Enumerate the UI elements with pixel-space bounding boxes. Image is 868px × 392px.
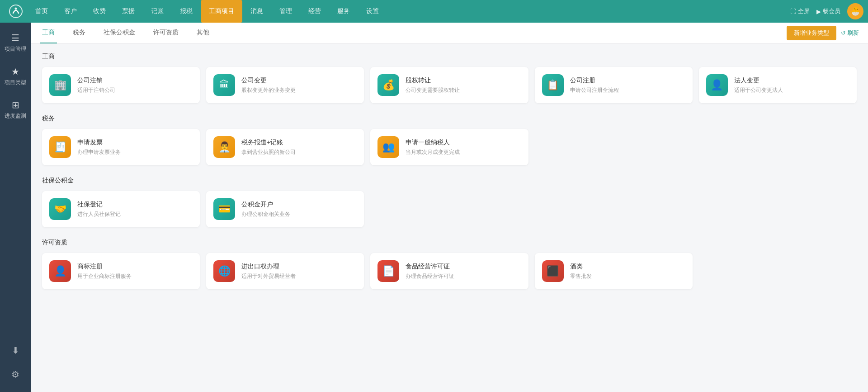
nav-right: ⛶ 全屏 ▶ 畅会员 🐣 bbox=[790, 3, 863, 19]
fullscreen-label: 全屏 bbox=[798, 7, 810, 15]
sidebar-label: 项目管理 bbox=[5, 45, 26, 53]
sidebar-item-项目类型[interactable]: ★项目类型 bbox=[0, 61, 31, 92]
sidebar-item-项目管理[interactable]: ☰项目管理 bbox=[0, 27, 31, 58]
card-icon-公积金开户: 💳 bbox=[213, 198, 235, 220]
top-nav: 首页客户收费票据记账报税工商项目消息管理经营服务设置 ⛶ 全屏 ▶ 畅会员 🐣 bbox=[0, 0, 868, 23]
card-icon-申请发票: 🧾 bbox=[49, 136, 71, 158]
card-text-酒类: 酒类 零售批发 bbox=[570, 263, 592, 280]
nav-item-记账[interactable]: 记账 bbox=[143, 0, 172, 23]
nav-item-设置[interactable]: 设置 bbox=[358, 0, 387, 23]
card-text-食品经营许可证: 食品经营许可证 办理食品经营许可证 bbox=[406, 263, 454, 280]
section-title-社保公积金: 社保公积金 bbox=[42, 177, 857, 185]
card-法人变更[interactable]: 👤 法人变更 适用于公司变更法人 bbox=[699, 67, 857, 103]
nav-item-首页[interactable]: 首页 bbox=[27, 0, 56, 23]
nav-item-管理[interactable]: 管理 bbox=[271, 0, 300, 23]
sidebar-item-进度监测[interactable]: ⊞进度监测 bbox=[0, 94, 31, 125]
card-desc: 办理申请发票业务 bbox=[77, 148, 121, 156]
cards-grid-许可资质: 👤 商标注册 用于企业商标注册服务 🌐 进出口权办理 适用于对外贸易经营者 📄 … bbox=[42, 253, 857, 289]
avatar: 🐣 bbox=[847, 3, 863, 19]
card-酒类[interactable]: ⬛ 酒类 零售批发 bbox=[535, 253, 693, 289]
card-desc: 进行人员社保登记 bbox=[77, 210, 121, 218]
section-title-许可资质: 许可资质 bbox=[42, 239, 857, 247]
cards-grid-税务: 🧾 申请发票 办理申请发票业务 👨‍💼 税务报道+记账 拿到营业执照的新公司 👥… bbox=[42, 129, 857, 165]
refresh-button[interactable]: ↺ 刷新 bbox=[841, 29, 859, 37]
nav-item-收费[interactable]: 收费 bbox=[85, 0, 114, 23]
card-申请发票[interactable]: 🧾 申请发票 办理申请发票业务 bbox=[42, 129, 200, 165]
refresh-label: 刷新 bbox=[847, 29, 859, 37]
card-text-股权转让: 股权转让 公司变更需要股权转让 bbox=[406, 76, 460, 94]
card-text-商标注册: 商标注册 用于企业商标注册服务 bbox=[77, 263, 132, 280]
card-公积金开户[interactable]: 💳 公积金开户 办理公积金相关业务 bbox=[206, 191, 364, 227]
add-type-button[interactable]: 新增业务类型 bbox=[787, 26, 836, 40]
card-icon-商标注册: 👤 bbox=[49, 260, 71, 282]
card-text-公司变更: 公司变更 股权变更外的业务变更 bbox=[241, 76, 296, 94]
main-content: 工商税务社保公积金许可资质其他 新增业务类型 ↺ 刷新 工商 🏢 公司注销 适用… bbox=[31, 23, 868, 392]
nav-item-消息[interactable]: 消息 bbox=[242, 0, 271, 23]
card-公司注销[interactable]: 🏢 公司注销 适用于注销公司 bbox=[42, 67, 200, 103]
tab-其他[interactable]: 其他 bbox=[194, 23, 212, 43]
card-icon-申请一般纳税人: 👥 bbox=[377, 136, 399, 158]
card-title: 酒类 bbox=[570, 263, 592, 271]
card-title: 社保登记 bbox=[77, 201, 121, 209]
grid-icon: ⊞ bbox=[12, 100, 19, 110]
settings-circle-icon[interactable]: ⚙ bbox=[0, 363, 31, 385]
nav-item-经营[interactable]: 经营 bbox=[300, 0, 329, 23]
card-食品经营许可证[interactable]: 📄 食品经营许可证 办理食品经营许可证 bbox=[370, 253, 528, 289]
card-desc: 适用于公司变更法人 bbox=[734, 86, 783, 94]
card-title: 商标注册 bbox=[77, 263, 132, 271]
card-icon-食品经营许可证: 📄 bbox=[377, 260, 399, 282]
star-icon: ★ bbox=[11, 66, 19, 77]
card-icon-公司变更: 🏛 bbox=[213, 74, 235, 96]
refresh-icon: ↺ bbox=[841, 29, 846, 36]
card-icon-公司注销: 🏢 bbox=[49, 74, 71, 96]
list-icon: ☰ bbox=[11, 33, 19, 43]
card-desc: 适用于对外贸易经营者 bbox=[241, 272, 296, 280]
card-text-进出口权办理: 进出口权办理 适用于对外贸易经营者 bbox=[241, 263, 296, 280]
svg-point-0 bbox=[9, 5, 22, 18]
card-公司注册[interactable]: 📋 公司注册 申请公司注册全流程 bbox=[535, 67, 693, 103]
card-text-公积金开户: 公积金开户 办理公积金相关业务 bbox=[241, 201, 290, 218]
card-title: 申请一般纳税人 bbox=[406, 139, 460, 147]
section-title-税务: 税务 bbox=[42, 115, 857, 123]
fullscreen-btn[interactable]: ⛶ 全屏 bbox=[790, 7, 810, 15]
tab-许可资质[interactable]: 许可资质 bbox=[151, 23, 181, 43]
sidebar: ☰项目管理★项目类型⊞进度监测 ⬇ ⚙ bbox=[0, 23, 31, 392]
card-title: 进出口权办理 bbox=[241, 263, 296, 271]
tab-工商[interactable]: 工商 bbox=[40, 23, 57, 43]
card-title: 公积金开户 bbox=[241, 201, 290, 209]
section-title-工商: 工商 bbox=[42, 53, 857, 61]
download-icon[interactable]: ⬇ bbox=[0, 339, 31, 361]
card-股权转让[interactable]: 💰 股权转让 公司变更需要股权转让 bbox=[370, 67, 528, 103]
card-text-社保登记: 社保登记 进行人员社保登记 bbox=[77, 201, 121, 218]
card-icon-社保登记: 🤝 bbox=[49, 198, 71, 220]
card-text-公司注册: 公司注册 申请公司注册全流程 bbox=[570, 76, 619, 94]
card-申请一般纳税人[interactable]: 👥 申请一般纳税人 当月或次月成变更完成 bbox=[370, 129, 528, 165]
vip-icon: ▶ bbox=[816, 8, 821, 15]
card-title: 股权转让 bbox=[406, 76, 460, 85]
card-公司变更[interactable]: 🏛 公司变更 股权变更外的业务变更 bbox=[206, 67, 364, 103]
nav-item-客户[interactable]: 客户 bbox=[56, 0, 85, 23]
tab-actions: 新增业务类型 ↺ 刷新 bbox=[787, 26, 859, 40]
sidebar-label: 项目类型 bbox=[5, 79, 26, 86]
card-社保登记[interactable]: 🤝 社保登记 进行人员社保登记 bbox=[42, 191, 200, 227]
nav-item-服务[interactable]: 服务 bbox=[329, 0, 358, 23]
card-text-申请一般纳税人: 申请一般纳税人 当月或次月成变更完成 bbox=[406, 139, 460, 156]
card-desc: 零售批发 bbox=[570, 272, 592, 280]
card-税务报道+记账[interactable]: 👨‍💼 税务报道+记账 拿到营业执照的新公司 bbox=[206, 129, 364, 165]
card-desc: 办理食品经营许可证 bbox=[406, 272, 454, 280]
nav-item-报税[interactable]: 报税 bbox=[172, 0, 201, 23]
card-text-公司注销: 公司注销 适用于注销公司 bbox=[77, 76, 115, 94]
nav-item-票据[interactable]: 票据 bbox=[114, 0, 143, 23]
tab-社保公积金[interactable]: 社保公积金 bbox=[101, 23, 137, 43]
card-商标注册[interactable]: 👤 商标注册 用于企业商标注册服务 bbox=[42, 253, 200, 289]
card-title: 申请发票 bbox=[77, 139, 121, 147]
card-desc: 申请公司注册全流程 bbox=[570, 86, 619, 94]
tab-税务[interactable]: 税务 bbox=[71, 23, 88, 43]
card-icon-公司注册: 📋 bbox=[542, 74, 564, 96]
nav-item-工商项目[interactable]: 工商项目 bbox=[201, 0, 242, 23]
card-text-申请发票: 申请发票 办理申请发票业务 bbox=[77, 139, 121, 156]
card-进出口权办理[interactable]: 🌐 进出口权办理 适用于对外贸易经营者 bbox=[206, 253, 364, 289]
layout: ☰项目管理★项目类型⊞进度监测 ⬇ ⚙ 工商税务社保公积金许可资质其他 新增业务… bbox=[0, 23, 868, 392]
vip-btn[interactable]: ▶ 畅会员 bbox=[816, 7, 840, 15]
cards-grid-社保公积金: 🤝 社保登记 进行人员社保登记 💳 公积金开户 办理公积金相关业务 bbox=[42, 191, 857, 227]
